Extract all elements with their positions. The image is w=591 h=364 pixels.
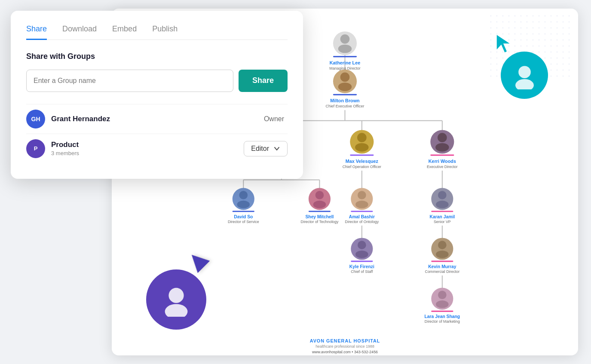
share-input-row: Share	[26, 70, 288, 92]
share-button[interactable]: Share	[239, 70, 288, 92]
svg-text:Shey Mitchell: Shey Mitchell	[305, 214, 334, 219]
svg-text:Director of Marketing: Director of Marketing	[425, 319, 460, 324]
svg-point-67	[436, 201, 449, 208]
svg-point-49	[237, 201, 250, 208]
member-info-product: Product 3 members	[51, 141, 244, 156]
svg-text:Kyle Firenzi: Kyle Firenzi	[349, 264, 374, 269]
svg-text:Senior VP: Senior VP	[434, 220, 451, 224]
svg-text:Director of Ontology: Director of Ontology	[345, 220, 379, 224]
svg-point-54	[315, 191, 324, 199]
svg-point-31	[355, 143, 368, 152]
svg-point-37	[435, 143, 449, 152]
svg-point-87	[438, 291, 447, 299]
svg-text:Chief of Staff: Chief of Staff	[351, 269, 373, 274]
svg-rect-15	[333, 94, 357, 95]
svg-rect-56	[309, 211, 331, 212]
member-avatar-grant: GH	[26, 110, 45, 128]
svg-point-55	[313, 201, 326, 208]
svg-point-81	[436, 251, 449, 258]
cursor-icon	[494, 32, 511, 55]
svg-rect-76	[351, 261, 373, 262]
tab-download[interactable]: Download	[62, 24, 97, 40]
svg-text:Amal Bashir: Amal Bashir	[349, 214, 375, 219]
svg-rect-38	[430, 155, 454, 156]
svg-text:AVON GENERAL HOSPITAL: AVON GENERAL HOSPITAL	[310, 338, 380, 343]
svg-point-7	[338, 45, 352, 53]
svg-point-61	[355, 201, 368, 208]
svg-text:Executive Director: Executive Director	[427, 165, 458, 169]
svg-point-95	[168, 288, 184, 303]
member-row-grant: GH Grant Hernandez Owner	[26, 104, 288, 134]
svg-point-60	[358, 191, 366, 199]
member-avatar-product: P	[26, 139, 45, 158]
tab-embed[interactable]: Embed	[112, 24, 137, 40]
member-info-grant: Grant Hernandez	[51, 115, 264, 123]
svg-point-96	[165, 304, 188, 317]
member-row-product: P Product 3 members Editor	[26, 134, 288, 163]
modal-tabs: Share Download Embed Publish	[26, 24, 288, 40]
share-modal: Share Download Embed Publish Share with …	[11, 11, 303, 179]
svg-text:Director of Technology: Director of Technology	[301, 220, 339, 224]
svg-point-36	[438, 133, 447, 142]
svg-point-80	[438, 241, 447, 249]
svg-text:Karan Jamil: Karan Jamil	[430, 214, 455, 219]
tab-share[interactable]: Share	[26, 24, 47, 40]
member-role-dropdown[interactable]: Editor	[244, 141, 288, 156]
section-title: Share with Groups	[26, 52, 288, 61]
svg-point-6	[340, 34, 350, 44]
svg-text:David So: David So	[234, 214, 253, 219]
svg-point-88	[436, 300, 449, 308]
svg-text:Katherine Lee: Katherine Lee	[330, 60, 361, 65]
svg-rect-8	[333, 56, 357, 57]
member-name-grant: Grant Hernandez	[51, 115, 264, 123]
svg-point-48	[239, 191, 248, 199]
svg-point-75	[355, 251, 368, 258]
svg-point-66	[438, 191, 447, 199]
svg-text:healthcare professional since : healthcare professional since 1988	[315, 344, 374, 349]
svg-point-74	[358, 241, 366, 249]
svg-text:Lara Jean Shang: Lara Jean Shang	[425, 314, 460, 319]
svg-text:Milton Brown: Milton Brown	[330, 98, 359, 103]
svg-text:Director of Service: Director of Service	[228, 220, 259, 224]
member-name-product: Product	[51, 141, 244, 149]
svg-text:Chief Operation Officer: Chief Operation Officer	[343, 165, 381, 169]
svg-marker-0	[496, 34, 511, 53]
dropdown-label: Editor	[251, 145, 269, 153]
member-sub-product: 3 members	[51, 150, 244, 156]
chevron-down-icon	[273, 145, 280, 152]
svg-rect-82	[431, 261, 453, 262]
member-role-grant: Owner	[264, 115, 284, 123]
svg-text:Kevin Murray: Kevin Murray	[428, 264, 456, 269]
svg-rect-50	[233, 211, 254, 212]
svg-point-13	[340, 73, 350, 82]
svg-rect-89	[431, 311, 453, 312]
svg-point-30	[357, 133, 367, 142]
svg-point-14	[338, 83, 352, 91]
svg-text:Chief Executive Officer: Chief Executive Officer	[326, 104, 364, 108]
user-avatar-purple	[146, 269, 206, 330]
svg-text:Commercial Director: Commercial Director	[425, 269, 460, 274]
svg-rect-32	[350, 155, 374, 156]
svg-rect-62	[351, 211, 373, 212]
svg-text:www.avonhospital.com • 343-532: www.avonhospital.com • 343-532-2456	[312, 350, 378, 354]
svg-rect-68	[431, 211, 453, 212]
svg-text:Kerri Woods: Kerri Woods	[429, 159, 456, 164]
group-name-input[interactable]	[26, 70, 233, 92]
tab-publish[interactable]: Publish	[152, 24, 178, 40]
svg-text:Max Velesquez: Max Velesquez	[346, 159, 379, 164]
